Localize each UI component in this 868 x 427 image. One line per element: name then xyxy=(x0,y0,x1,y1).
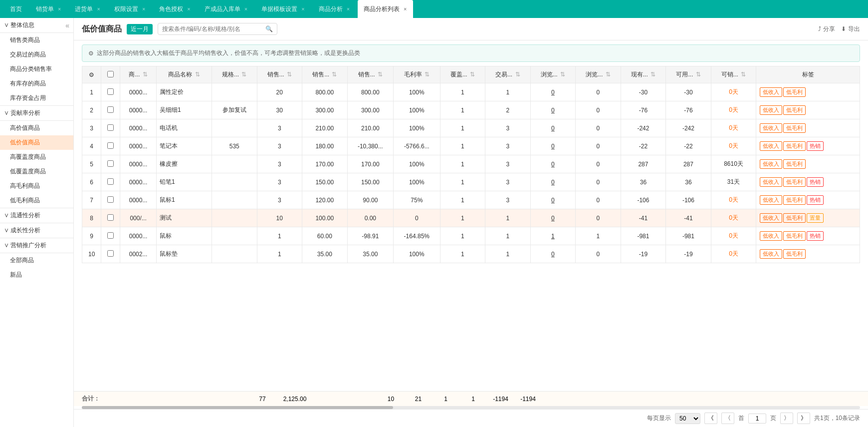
row-check[interactable] xyxy=(107,88,114,95)
row-checkbox[interactable] xyxy=(101,83,120,101)
sidebar-item-traded[interactable]: 交易过的商品 xyxy=(0,47,73,62)
row-col7[interactable]: 0 xyxy=(530,245,576,263)
view-link[interactable]: 0 xyxy=(551,161,555,168)
col-stock-header[interactable]: 现有... ⇅ xyxy=(621,66,666,83)
sidebar-item-sales-goods[interactable]: 销售类商品 xyxy=(0,33,73,47)
row-checkbox[interactable] xyxy=(101,155,120,173)
sidebar-item-low-coverage[interactable]: 低覆盖度商品 xyxy=(0,164,73,179)
row-col7[interactable]: 0 xyxy=(530,155,576,173)
sidebar-collapse-btn[interactable]: « xyxy=(65,21,69,29)
row-checkbox[interactable] xyxy=(101,191,120,209)
nav-template[interactable]: 单据模板设置 × xyxy=(255,0,310,18)
col-view1-header[interactable]: 浏览... ⇅ xyxy=(530,66,576,83)
per-page-select[interactable]: 50 100 200 xyxy=(675,413,700,424)
col-sales1-header[interactable]: 销售... ⇅ xyxy=(257,66,302,83)
nav-permission[interactable]: 权限设置 × xyxy=(108,0,151,18)
row-checkbox[interactable] xyxy=(101,209,120,227)
nav-role-close[interactable]: × xyxy=(187,6,190,12)
row-checkbox[interactable] xyxy=(101,137,120,155)
sidebar-item-stock-capital[interactable]: 库存资金占用 xyxy=(0,91,73,105)
col-coverage-header[interactable]: 覆盖... ⇅ xyxy=(440,66,485,83)
view-link[interactable]: 0 xyxy=(551,143,555,150)
page-number-input[interactable] xyxy=(748,414,766,424)
view-link[interactable]: 0 xyxy=(551,215,555,222)
row-check[interactable] xyxy=(107,250,114,257)
row-checkbox[interactable] xyxy=(101,245,120,263)
col-spec-header[interactable]: 规格... ⇅ xyxy=(212,66,257,83)
sidebar-item-stock[interactable]: 有库存的商品 xyxy=(0,76,73,91)
row-col7[interactable]: 0 xyxy=(530,137,576,155)
nav-sales-close[interactable]: × xyxy=(58,6,61,12)
col-margin-header[interactable]: 毛利率 ⇅ xyxy=(394,66,440,83)
col-code-header[interactable]: 商... ⇅ xyxy=(120,66,157,83)
nav-template-close[interactable]: × xyxy=(301,6,304,12)
sidebar-item-category-rate[interactable]: 商品分类销售率 xyxy=(0,62,73,76)
row-check[interactable] xyxy=(107,178,114,185)
row-check[interactable] xyxy=(107,106,114,113)
share-button[interactable]: ⤴ 分享 xyxy=(818,25,835,33)
row-col7[interactable]: 0 xyxy=(530,173,576,191)
row-checkbox[interactable] xyxy=(101,227,120,245)
col-sellable-header[interactable]: 可销... ⇅ xyxy=(711,66,756,83)
row-checkbox[interactable] xyxy=(101,119,120,137)
sidebar-item-high-margin[interactable]: 高毛利商品 xyxy=(0,179,73,193)
search-input[interactable] xyxy=(162,25,263,32)
first-page-btn[interactable]: 《 xyxy=(704,413,717,424)
row-check[interactable] xyxy=(107,232,114,239)
row-col7[interactable]: 0 xyxy=(530,101,576,119)
col-view2-header[interactable]: 浏览... ⇅ xyxy=(576,66,621,83)
view-link[interactable]: 0 xyxy=(551,89,555,96)
nav-purchase-close[interactable]: × xyxy=(97,6,100,12)
nav-home[interactable]: 首页 xyxy=(4,0,28,18)
nav-permission-close[interactable]: × xyxy=(142,6,145,12)
row-col7[interactable]: 0 xyxy=(530,191,576,209)
nav-purchase[interactable]: 进货单 × xyxy=(69,0,106,18)
nav-analysis-list[interactable]: 商品分析列表 × xyxy=(358,0,413,18)
prev-page-btn[interactable]: 〈 xyxy=(721,413,734,424)
sidebar-item-new-goods[interactable]: 新品 xyxy=(0,268,73,282)
col-available-header[interactable]: 可用... ⇅ xyxy=(666,66,711,83)
sidebar-item-low-value[interactable]: 低价值商品 xyxy=(0,135,73,150)
view-link[interactable]: 1 xyxy=(551,233,555,240)
row-check[interactable] xyxy=(107,214,114,221)
col-sales2-header[interactable]: 销售... ⇅ xyxy=(302,66,348,83)
col-trade-header[interactable]: 交易... ⇅ xyxy=(485,66,531,83)
next-page-btn[interactable]: 〉 xyxy=(780,413,793,424)
table-container[interactable]: ⚙ 商... ⇅ 商品名称 ⇅ 规格... ⇅ 销售... ⇅ 销售... ⇅ … xyxy=(82,66,860,391)
view-link[interactable]: 0 xyxy=(551,107,555,114)
select-all-checkbox[interactable] xyxy=(107,71,114,77)
sidebar-item-low-margin[interactable]: 低毛利商品 xyxy=(0,193,73,208)
row-check[interactable] xyxy=(107,124,114,131)
row-check[interactable] xyxy=(107,160,114,167)
col-sales3-header[interactable]: 销售... ⇅ xyxy=(347,66,394,83)
view-link[interactable]: 0 xyxy=(551,251,555,258)
row-col7[interactable]: 0 xyxy=(530,83,576,101)
sidebar-item-high-value[interactable]: 高价值商品 xyxy=(0,121,73,135)
row-col7[interactable]: 1 xyxy=(530,227,576,245)
row-check[interactable] xyxy=(107,196,114,203)
col-name-header[interactable]: 商品名称 ⇅ xyxy=(157,66,212,83)
view-link[interactable]: 0 xyxy=(551,197,555,204)
nav-product[interactable]: 产成品入库单 × xyxy=(199,0,253,18)
nav-analysis-list-close[interactable]: × xyxy=(404,6,407,12)
search-icon[interactable]: 🔍 xyxy=(265,25,273,32)
view-link[interactable]: 0 xyxy=(551,125,555,132)
nav-analysis-close[interactable]: × xyxy=(347,6,350,12)
col-settings[interactable]: ⚙ xyxy=(82,66,101,83)
view-link[interactable]: 0 xyxy=(551,179,555,186)
col-checkbox[interactable] xyxy=(101,66,120,83)
nav-sales[interactable]: 销货单 × xyxy=(30,0,67,18)
row-checkbox[interactable] xyxy=(101,173,120,191)
nav-product-close[interactable]: × xyxy=(244,6,247,12)
row-col7[interactable]: 0 xyxy=(530,119,576,137)
last-page-btn[interactable]: 》 xyxy=(797,413,810,424)
row-checkbox[interactable] xyxy=(101,101,120,119)
row-col7[interactable]: 0 xyxy=(530,209,576,227)
nav-role[interactable]: 角色授权 × xyxy=(153,0,196,18)
nav-analysis[interactable]: 商品分析 × xyxy=(313,0,356,18)
sidebar-item-high-coverage[interactable]: 高覆盖度商品 xyxy=(0,150,73,164)
row-check[interactable] xyxy=(107,142,114,149)
sidebar-item-all-goods[interactable]: 全部商品 xyxy=(0,253,73,268)
export-button[interactable]: ⬇ 导出 xyxy=(841,25,860,33)
filter-badge[interactable]: 近一月 xyxy=(127,24,153,34)
